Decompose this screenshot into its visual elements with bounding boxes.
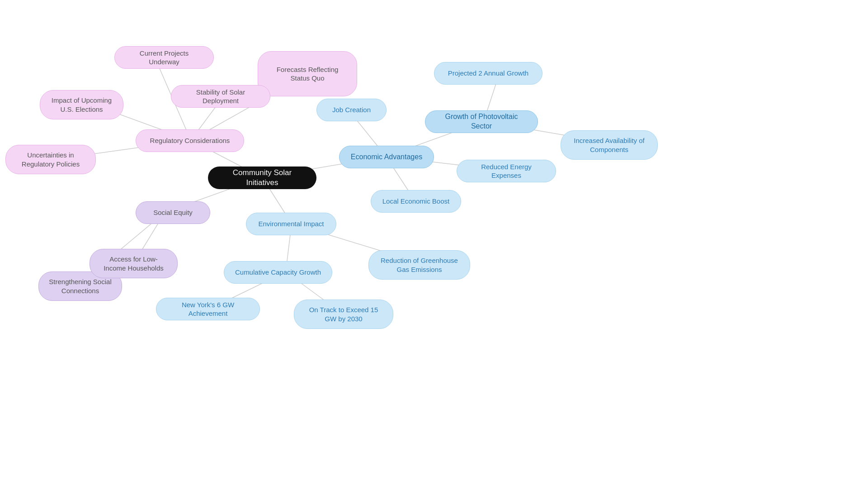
uncertainties-node: Uncertainties in Regulatory Policies (5, 145, 96, 174)
environmental-impact-node: Environmental Impact (246, 213, 336, 235)
center-node: Community Solar Initiatives (208, 167, 316, 189)
current-projects-node: Current Projects Underway (114, 46, 214, 69)
on-track-node: On Track to Exceed 15 GW by 2030 (294, 300, 393, 329)
impact-elections-node: Impact of Upcoming U.S. Elections (40, 90, 123, 119)
reduced-energy-node: Reduced Energy Expenses (457, 160, 556, 182)
local-economic-node: Local Economic Boost (371, 190, 461, 213)
increased-availability-node: Increased Availability of Components (561, 130, 658, 160)
stability-node: Stability of Solar Deployment (171, 85, 270, 108)
forecasts-node: Forecasts Reflecting Status Quo (258, 51, 357, 96)
growth-pv-node: Growth of Photovoltaic Sector (425, 110, 538, 133)
economic-advantages-node: Economic Advantages (339, 146, 434, 168)
projected-growth-node: Projected 2 Annual Growth (434, 62, 542, 85)
new-york-node: New York's 6 GW Achievement (156, 298, 260, 320)
cumulative-capacity-node: Cumulative Capacity Growth (224, 261, 332, 284)
social-equity-node: Social Equity (136, 201, 210, 224)
reduction-ghg-node: Reduction of Greenhouse Gas Emissions (368, 250, 470, 280)
job-creation-node: Job Creation (316, 99, 387, 121)
access-low-income-node: Access for Low-Income Households (90, 249, 178, 278)
regulatory-considerations-node: Regulatory Considerations (136, 129, 244, 152)
